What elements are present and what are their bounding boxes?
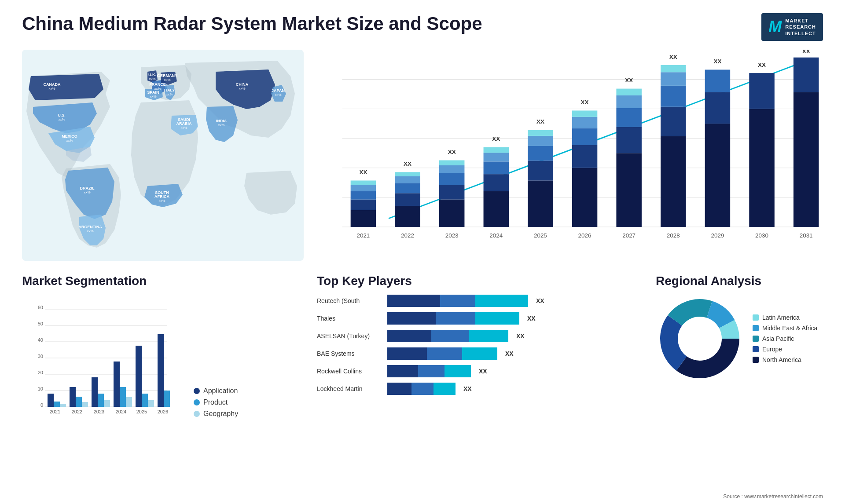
svg-rect-60 xyxy=(484,174,509,191)
svg-rect-69 xyxy=(528,130,553,135)
source-text: Source : www.marketresearchintellect.com xyxy=(723,493,823,500)
svg-rect-42 xyxy=(351,200,376,210)
svg-text:2024: 2024 xyxy=(116,409,126,414)
legend-application: Application xyxy=(194,387,238,395)
logo-line1: MARKET xyxy=(785,18,816,24)
svg-rect-83 xyxy=(661,136,686,227)
player-row-bae: BAE Systems XX xyxy=(317,347,643,360)
svg-text:ARABIA: ARABIA xyxy=(176,121,192,126)
svg-rect-80 xyxy=(616,95,642,108)
player-name-bae: BAE Systems xyxy=(317,350,383,357)
regional-legend: Latin America Middle East & Africa Asia … xyxy=(753,314,817,363)
svg-text:XX: XX xyxy=(713,58,721,65)
regional-section: Regional Analysis xyxy=(656,274,823,418)
svg-rect-53 xyxy=(439,200,465,227)
svg-text:2029: 2029 xyxy=(711,232,724,239)
svg-rect-63 xyxy=(484,147,509,153)
svg-text:2021: 2021 xyxy=(357,232,370,239)
svg-text:50: 50 xyxy=(38,321,43,326)
svg-rect-68 xyxy=(528,136,553,146)
svg-rect-132 xyxy=(104,400,110,407)
svg-rect-55 xyxy=(439,173,465,185)
legend-product: Product xyxy=(194,398,238,406)
svg-rect-50 xyxy=(395,176,420,183)
svg-text:AFRICA: AFRICA xyxy=(154,194,169,199)
legend-dot-product xyxy=(194,399,200,405)
svg-rect-54 xyxy=(439,185,465,200)
player-row-rockwell: Rockwell Collins XX xyxy=(317,365,643,377)
svg-rect-67 xyxy=(528,146,553,161)
player-value-aselsan: XX xyxy=(516,332,525,340)
regional-label-northam: North America xyxy=(762,356,801,363)
key-players-title: Top Key Players xyxy=(317,274,643,288)
svg-rect-139 xyxy=(158,334,164,407)
svg-rect-44 xyxy=(351,185,376,191)
svg-rect-138 xyxy=(148,400,154,407)
svg-text:xx%: xx% xyxy=(87,229,93,233)
svg-rect-94 xyxy=(749,73,774,109)
svg-text:XX: XX xyxy=(404,161,411,167)
map-section: CANADA xx% U.S. xx% MEXICO xx% BRAZIL xx… xyxy=(22,50,304,270)
player-row-reutech: Reutech (South XX xyxy=(317,295,643,307)
regional-label-mea: Middle East & Africa xyxy=(762,325,817,332)
svg-text:U.S.: U.S. xyxy=(58,113,66,117)
svg-rect-77 xyxy=(616,153,642,227)
legend-dot-application xyxy=(194,388,200,394)
svg-text:XX: XX xyxy=(802,50,810,55)
svg-rect-48 xyxy=(395,193,420,206)
regional-donut xyxy=(656,295,744,383)
svg-text:XX: XX xyxy=(758,62,766,68)
growth-chart-svg: XX XX XX XX xyxy=(317,50,823,261)
regional-item-europe: Europe xyxy=(753,346,817,353)
regional-item-mea: Middle East & Africa xyxy=(753,325,817,332)
regional-color-europe xyxy=(753,346,759,352)
svg-rect-85 xyxy=(661,86,686,107)
svg-rect-41 xyxy=(351,210,376,226)
svg-text:CHINA: CHINA xyxy=(236,82,249,87)
svg-rect-89 xyxy=(705,124,731,227)
svg-text:xx%: xx% xyxy=(239,87,245,91)
svg-text:40: 40 xyxy=(38,337,43,343)
svg-rect-66 xyxy=(528,161,553,180)
player-value-thales: XX xyxy=(527,315,536,322)
logo-box: M MARKET RESEARCH INTELLECT xyxy=(761,13,823,41)
svg-text:XX: XX xyxy=(359,169,367,175)
svg-rect-136 xyxy=(136,346,142,407)
regional-color-latin xyxy=(753,314,759,321)
svg-rect-75 xyxy=(572,110,598,117)
svg-rect-133 xyxy=(114,362,120,407)
segmentation-chart: 0 10 20 30 40 50 60 xyxy=(22,295,180,418)
svg-rect-97 xyxy=(794,58,819,92)
svg-text:2022: 2022 xyxy=(72,409,82,414)
svg-text:2030: 2030 xyxy=(755,232,768,239)
page-title: China Medium Radar System Market Size an… xyxy=(22,13,482,34)
svg-text:XX: XX xyxy=(669,54,677,60)
svg-rect-129 xyxy=(82,402,88,407)
svg-text:XX: XX xyxy=(625,77,633,84)
regional-label-asia: Asia Pacific xyxy=(762,335,794,342)
svg-rect-84 xyxy=(661,107,686,136)
svg-text:xx%: xx% xyxy=(164,78,170,82)
svg-text:ARGENTINA: ARGENTINA xyxy=(78,225,102,229)
svg-text:xx%: xx% xyxy=(275,93,281,97)
segmentation-section: Market Segmentation 0 10 20 30 40 50 60 xyxy=(22,274,304,418)
regional-item-northam: North America xyxy=(753,356,817,363)
svg-text:2028: 2028 xyxy=(667,232,680,239)
svg-rect-81 xyxy=(616,88,642,95)
svg-text:xx%: xx% xyxy=(84,190,90,194)
legend-dot-geography xyxy=(194,411,200,417)
svg-text:0: 0 xyxy=(40,402,43,408)
svg-text:FRANCE: FRANCE xyxy=(149,82,166,87)
player-name-aselsan: ASELSAN (Turkey) xyxy=(317,332,383,340)
regional-color-asia xyxy=(753,336,759,342)
svg-rect-86 xyxy=(661,72,686,86)
svg-text:2023: 2023 xyxy=(445,232,459,239)
svg-text:XX: XX xyxy=(581,99,589,106)
logo-line3: INTELLECT xyxy=(785,30,816,37)
svg-text:2022: 2022 xyxy=(401,232,414,239)
svg-text:xx%: xx% xyxy=(149,77,155,81)
regional-label-europe: Europe xyxy=(762,346,782,353)
player-name-thales: Thales xyxy=(317,315,383,322)
svg-rect-130 xyxy=(92,377,98,407)
logo-text-block: MARKET RESEARCH INTELLECT xyxy=(785,18,816,37)
